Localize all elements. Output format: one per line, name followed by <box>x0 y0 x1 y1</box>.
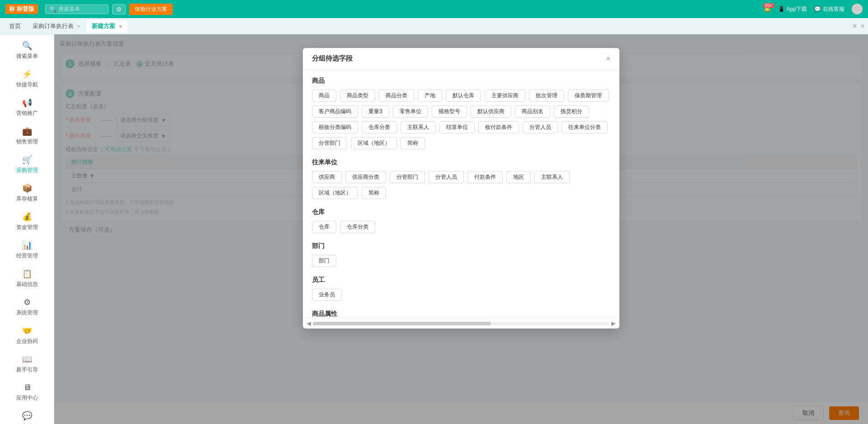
sidebar-item-basic[interactable]: 📋 基础信息 <box>0 264 54 293</box>
sidebar-item-basic-label: 基础信息 <box>16 281 38 288</box>
service-button[interactable]: 💬 在线客服 <box>814 5 844 13</box>
field-tag[interactable]: 结算单位 <box>439 121 475 133</box>
content-area: 采购订单执行表方案设置 1 选择模板 汇总表 <box>54 34 868 424</box>
sidebar-item-quick-nav[interactable]: ⚡ 快捷导航 <box>0 65 54 93</box>
hscroll-thumb[interactable] <box>313 322 491 325</box>
operations-icon: 📊 <box>22 240 32 250</box>
main-layout: 🔍 搜索菜单 ⚡ 快捷导航 📢 营销推广 💼 销售管理 🛒 采购管理 📦 库存核… <box>0 34 868 424</box>
field-tag[interactable]: 简称 <box>401 137 425 149</box>
field-tag[interactable]: 默认仓库 <box>446 90 481 102</box>
tab-purchase-list[interactable]: 采购订单执行表 × <box>27 20 85 33</box>
field-tag[interactable]: 客户商品编码 <box>312 105 358 118</box>
field-tag[interactable]: 付款条件 <box>467 171 503 183</box>
modal-title: 分组待选字段 <box>312 54 353 63</box>
modal-body[interactable]: 商品 商品 商品类型 商品分类 产地 默认仓库 主要供应商 批次管理 保质期管理… <box>303 70 619 318</box>
field-tag[interactable]: 默认供应商 <box>471 105 511 118</box>
field-tag[interactable]: 零售单位 <box>393 105 428 118</box>
modal-close-button[interactable]: × <box>606 55 610 63</box>
group-partner: 往来单位 供应商 供应商分类 分管部门 分管人员 付款条件 地区 主联系人 区域… <box>312 158 610 199</box>
field-tag[interactable]: 地区 <box>506 171 531 183</box>
field-tag[interactable]: 仓库 <box>312 221 336 233</box>
field-tag[interactable]: 分管部门 <box>390 171 425 183</box>
field-tag[interactable]: 分管人员 <box>523 121 558 133</box>
sidebar-item-collab[interactable]: 🤝 企业协同 <box>0 321 54 350</box>
field-tag[interactable]: 拣货积分 <box>554 105 589 118</box>
notice-button[interactable]: 🔔 99+ <box>764 6 771 12</box>
system-icon: ⚙ <box>24 297 31 307</box>
sidebar-item-inventory[interactable]: 📦 库存核算 <box>0 179 54 207</box>
field-tag[interactable]: 批次管理 <box>529 90 564 102</box>
field-tag[interactable]: 区域（地区） <box>351 137 397 149</box>
field-tag[interactable]: 供应商分类 <box>345 171 386 183</box>
avatar[interactable] <box>852 4 863 14</box>
field-tag[interactable]: 分管部门 <box>312 137 347 149</box>
hscroll-right-arrow[interactable]: ▶ <box>611 320 616 327</box>
tab-more-icon[interactable]: ≡ <box>861 23 864 29</box>
field-tag[interactable]: 商品别名 <box>515 105 550 118</box>
field-tag[interactable]: 主联系人 <box>401 121 436 133</box>
hscroll-track[interactable] <box>313 322 609 325</box>
field-tag[interactable]: 收付款条件 <box>478 121 519 133</box>
search-input[interactable] <box>58 6 104 12</box>
guide-icon: 📖 <box>22 354 32 364</box>
sidebar-item-guide[interactable]: 📖 新手引导 <box>0 350 54 378</box>
group-goods: 商品 商品 商品类型 商品分类 产地 默认仓库 主要供应商 批次管理 保质期管理… <box>312 77 610 149</box>
sidebar-item-purchase[interactable]: 🛒 采购管理 <box>0 150 54 179</box>
sidebar-item-collab-label: 企业协同 <box>16 338 38 345</box>
field-tag[interactable]: 部门 <box>312 255 336 267</box>
search-nav-icon: 🔍 <box>22 41 32 51</box>
download-button[interactable]: 📱 App下载 <box>778 5 807 13</box>
tab-close-all-icon[interactable]: ✕ <box>852 23 857 29</box>
tab-purchase-close-icon[interactable]: × <box>77 24 80 29</box>
tab-home[interactable]: 首页 <box>4 20 26 33</box>
sidebar-item-apps[interactable]: 🖥 应用中心 <box>0 378 54 406</box>
download-label: App下载 <box>787 5 807 13</box>
group-partner-fields: 供应商 供应商分类 分管部门 分管人员 付款条件 地区 主联系人 区域（地区） … <box>312 171 610 199</box>
field-tag[interactable]: 供应商 <box>312 171 342 183</box>
field-tag[interactable]: 区域（地区） <box>312 187 358 199</box>
sidebar-item-wechat[interactable]: 💬 企业微信 <box>0 406 54 424</box>
tab-new-plan-close-icon[interactable]: × <box>119 24 122 29</box>
field-selection-modal: 分组待选字段 × 商品 商品 商品类型 商品分类 产地 默认仓库 <box>303 48 619 329</box>
field-tag[interactable]: 产地 <box>418 90 442 102</box>
trial-button[interactable]: 体验行业方案 <box>129 4 173 15</box>
field-tag[interactable]: 主要供应商 <box>485 90 525 102</box>
hscroll-left-arrow[interactable]: ◀ <box>307 320 311 327</box>
field-tag[interactable]: 仓库分类 <box>340 221 375 233</box>
field-tag[interactable]: 商品分类 <box>379 90 414 102</box>
sidebar-item-finance-label: 资金管理 <box>16 224 38 231</box>
field-tag[interactable]: 往来单位分类 <box>561 121 608 133</box>
sidebar-item-apps-label: 应用中心 <box>16 394 38 402</box>
field-tag[interactable]: 商品类型 <box>340 90 375 102</box>
field-tag[interactable]: 商品 <box>312 90 336 102</box>
wechat-icon: 💬 <box>22 411 32 421</box>
app-logo: 标 标普版 <box>5 4 38 14</box>
group-dept-fields: 部门 <box>312 255 610 267</box>
search-box[interactable]: 🔍 <box>45 5 108 14</box>
field-tag[interactable]: 主联系人 <box>534 171 570 183</box>
modal-hscroll[interactable]: ◀ ▶ <box>303 318 619 329</box>
field-tag[interactable]: 业务员 <box>312 289 342 301</box>
top-nav-right: 🔔 99+ 📱 App下载 💬 在线客服 <box>764 4 863 14</box>
field-tag[interactable]: 分管人员 <box>429 171 464 183</box>
purchase-icon: 🛒 <box>22 155 32 165</box>
sidebar-item-purchase-label: 采购管理 <box>16 167 38 174</box>
tab-new-plan[interactable]: 新建方案 × <box>86 20 127 33</box>
field-tag[interactable]: 重量3 <box>362 105 389 118</box>
group-dept: 部门 部门 <box>312 242 610 267</box>
service-icon: 💬 <box>814 6 821 12</box>
tab-bar-right: ✕ ≡ <box>852 23 864 29</box>
field-tag[interactable]: 税收分类编码 <box>312 121 358 133</box>
sidebar-item-marketing[interactable]: 📢 营销推广 <box>0 93 54 122</box>
finance-icon: 💰 <box>22 212 32 222</box>
field-tag[interactable]: 仓库分类 <box>362 121 397 133</box>
gear-button[interactable]: ⚙ <box>112 4 126 14</box>
field-tag[interactable]: 规格型号 <box>432 105 467 118</box>
sidebar-item-operations[interactable]: 📊 经营管理 <box>0 236 54 264</box>
field-tag[interactable]: 保质期管理 <box>568 90 609 102</box>
sidebar-item-system[interactable]: ⚙ 系统管理 <box>0 293 54 321</box>
sidebar-item-sales[interactable]: 💼 销售管理 <box>0 122 54 150</box>
sidebar-item-search[interactable]: 🔍 搜索菜单 <box>0 36 54 65</box>
field-tag[interactable]: 简称 <box>362 187 386 199</box>
sidebar-item-finance[interactable]: 💰 资金管理 <box>0 207 54 236</box>
